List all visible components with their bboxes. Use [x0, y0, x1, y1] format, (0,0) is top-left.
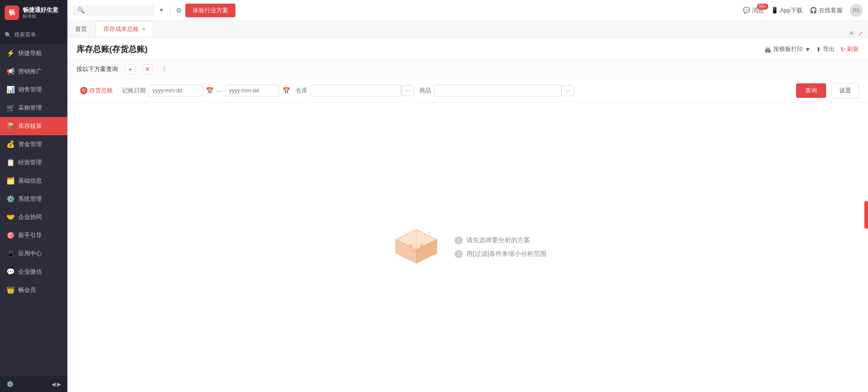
expand-icon[interactable]: ⤢ — [858, 30, 863, 37]
online-service-button[interactable]: 🎧 在线客服 — [810, 6, 842, 15]
product-filter-group: 商品 ··· — [419, 85, 574, 97]
user-avatar[interactable]: Rit — [850, 4, 863, 17]
sidebar-item-marketing[interactable]: 📢 营销推广 — [0, 62, 67, 81]
sidebar-item-label: 资金管理 — [18, 140, 42, 148]
sidebar-item-system[interactable]: ⚙️ 系统管理 — [0, 190, 67, 208]
sidebar-toggle-icon[interactable]: ◀ ▶ — [51, 381, 61, 387]
svg-point-4 — [409, 244, 413, 248]
trial-button[interactable]: 体验行业方案 — [185, 4, 235, 17]
settings-button[interactable]: 设置 — [832, 83, 859, 98]
warehouse-input[interactable] — [310, 85, 401, 97]
app-download-button[interactable]: 📱 App下载 — [771, 6, 802, 15]
date-field-label: 记账日期 — [122, 87, 146, 95]
sidebar-item-coop[interactable]: 🤝 企业协同 — [0, 208, 67, 226]
sidebar-item-quicknav[interactable]: ⚡ 快捷导航 — [0, 44, 67, 62]
tip-text-1: 请先选择要分析的方案 — [466, 236, 530, 244]
filter-collapse-button[interactable]: 《 — [160, 65, 166, 73]
product-input[interactable] — [434, 85, 562, 97]
calendar-end-icon[interactable]: 📅 — [282, 87, 290, 94]
sidebar-item-sales[interactable]: 📊 销售管理 — [0, 81, 67, 99]
svg-text:✦: ✦ — [428, 230, 431, 234]
tab-window-controls: ✕ ⤢ — [844, 30, 868, 37]
sidebar-item-label: 企业协同 — [18, 213, 42, 221]
app-logo: 畅 畅捷通好生意 标准版 — [0, 0, 67, 25]
query-button[interactable]: 查询 — [796, 83, 826, 98]
purchase-icon: 🛒 — [6, 104, 15, 112]
filter-area: 按以下方案查询 + ✕ 《 — [67, 60, 868, 79]
sidebar-item-label: 采购管理 — [18, 104, 42, 112]
sidebar-item-guide[interactable]: 🎯 新手引导 — [0, 226, 67, 244]
sidebar-item-label: 库存核算 — [18, 122, 42, 130]
date-start-input[interactable] — [148, 85, 203, 97]
schema-tag-icon: 存 — [80, 87, 87, 94]
online-service-label: 在线客服 — [819, 6, 842, 15]
right-panel-handle[interactable] — [864, 201, 868, 229]
sidebar-item-basic[interactable]: 🗂️ 基础信息 — [0, 172, 67, 190]
product-label: 商品 — [419, 87, 431, 95]
sidebar-item-inventory[interactable]: 📦 库存核算 — [0, 117, 67, 135]
coop-icon: 🤝 — [6, 213, 15, 221]
refresh-label: 刷新 — [847, 45, 859, 53]
filter-row: 存 存货总账 记账日期 📅 — 📅 仓库 ··· — [67, 79, 868, 102]
sidebar-item-label: 快捷导航 — [18, 49, 42, 57]
username: Rit — [853, 7, 860, 14]
system-icon: ⚙️ — [6, 195, 15, 203]
tabs-bar: 首页 库存成本总账 ✕ ✕ ⤢ — [67, 21, 868, 37]
filter-add-button[interactable]: + — [125, 64, 135, 74]
sidebar-item-purchase[interactable]: 🛒 采购管理 — [0, 99, 67, 117]
print-icon: 🖨️ — [764, 46, 771, 53]
tip-num-1: 1 — [454, 236, 463, 244]
topbar: 🔍 ▼ ⚙ 体验行业方案 💬 消息 99+ 📱 App下载 🎧 在线客服 Rit — [67, 0, 868, 21]
topbar-dropdown-icon[interactable]: ▼ — [158, 7, 164, 14]
topbar-search[interactable]: 🔍 — [73, 5, 155, 15]
tab-home[interactable]: 首页 — [67, 21, 95, 37]
page-header-actions: 🖨️ 按模板打印 ▼ ⬆ 导出 ↻ 刷新 — [764, 45, 859, 53]
app-download-label: App下载 — [780, 6, 802, 15]
date-end-input[interactable] — [225, 85, 280, 97]
tip-num-2: 2 — [454, 250, 463, 258]
export-button[interactable]: ⬆ 导出 — [816, 45, 835, 53]
tab-cost-ledger[interactable]: 库存成本总账 ✕ — [96, 21, 153, 37]
weixin-icon: 💬 — [6, 268, 15, 276]
svg-point-5 — [420, 244, 424, 248]
sidebar-item-finance[interactable]: 💰 资金管理 — [0, 135, 67, 153]
sidebar-item-label: 经营管理 — [18, 158, 42, 167]
marketing-icon: 📢 — [6, 67, 15, 76]
sidebar-item-member[interactable]: 👑 畅会员 — [0, 281, 67, 299]
sidebar-item-apps[interactable]: 📱 应用中心 — [0, 244, 67, 263]
guide-icon: 🎯 — [6, 231, 15, 239]
messages-badge: 99+ — [757, 4, 768, 10]
logo-icon: 畅 — [5, 5, 19, 20]
tab-close-icon[interactable]: ✕ — [142, 26, 146, 32]
schema-tag[interactable]: 存 存货总账 — [77, 85, 117, 97]
warehouse-more-button[interactable]: ··· — [401, 85, 414, 96]
sidebar-item-label: 应用中心 — [18, 249, 42, 258]
search-menu-button[interactable]: 🔍 搜索菜单 — [5, 29, 63, 41]
tip-text-2: 用[过滤]条件来缩小分析范围 — [466, 250, 546, 258]
sidebar-item-label: 销售管理 — [18, 86, 42, 94]
sidebar-item-weixin[interactable]: 💬 企业微信 — [0, 263, 67, 281]
sidebar-item-operations[interactable]: 📋 经营管理 — [0, 153, 67, 172]
topbar-settings-icon[interactable]: ⚙ — [176, 6, 182, 15]
sidebar-item-label: 系统管理 — [18, 195, 42, 203]
print-label: 按模板打印 — [773, 45, 803, 53]
sidebar-search-area[interactable]: 🔍 搜索菜单 — [0, 25, 67, 44]
member-icon: 👑 — [6, 286, 15, 294]
refresh-button[interactable]: ↻ 刷新 — [840, 45, 859, 53]
calendar-start-icon[interactable]: 📅 — [206, 87, 214, 94]
page-content: 库存总账(存货总账) 🖨️ 按模板打印 ▼ ⬆ 导出 ↻ 刷新 按以下方案查询 — [67, 37, 868, 392]
sidebar-item-label: 基础信息 — [18, 177, 42, 185]
date-separator: — — [216, 87, 222, 94]
sidebar-item-label: 企业微信 — [18, 268, 42, 276]
empty-tip-2: 2 用[过滤]条件来缩小分析范围 — [454, 250, 546, 258]
print-template-button[interactable]: 🖨️ 按模板打印 ▼ — [764, 45, 811, 53]
empty-state: ? ✦ · 1 请先选择要分析的方案 2 用[过滤]条件来缩小分析范围 — [67, 102, 868, 392]
filter-remove-button[interactable]: ✕ — [143, 64, 153, 74]
messages-button[interactable]: 💬 消息 99+ — [743, 6, 764, 15]
sidebar-settings-icon[interactable]: ⚙️ — [6, 381, 14, 387]
close-window-icon[interactable]: ✕ — [849, 30, 854, 37]
product-more-button[interactable]: ··· — [562, 85, 574, 96]
warehouse-filter-group: 仓库 ··· — [296, 85, 414, 97]
topbar-divider — [170, 6, 170, 15]
sidebar-item-label: 畅会员 — [18, 286, 36, 294]
